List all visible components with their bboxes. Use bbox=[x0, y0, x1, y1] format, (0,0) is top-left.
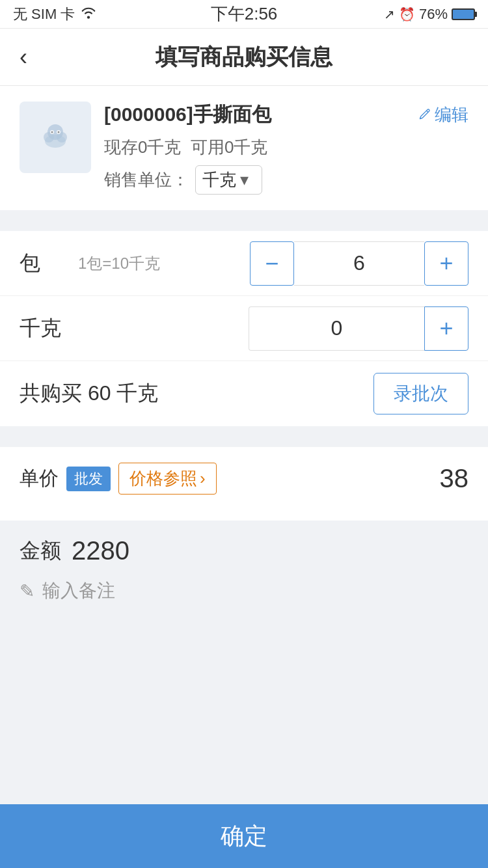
svg-point-7 bbox=[58, 131, 60, 133]
quantity-section: 包 1包=10千克 − + 千克 + bbox=[0, 231, 488, 361]
edit-label: 编辑 bbox=[435, 103, 468, 126]
status-right: ↗ ⏰ 76% bbox=[384, 6, 475, 23]
pencil-icon: ✎ bbox=[20, 580, 34, 602]
summary-text: 共购买 60 千克 bbox=[20, 379, 158, 408]
amount-label: 金额 bbox=[20, 537, 61, 565]
price-left: 单价 批发 价格参照 › bbox=[20, 463, 217, 495]
edit-button[interactable]: 编辑 bbox=[416, 103, 468, 126]
price-label: 单价 bbox=[20, 465, 59, 492]
unit-value: 千克 bbox=[202, 169, 236, 191]
chevron-right-icon: › bbox=[200, 468, 206, 489]
separator-1 bbox=[0, 221, 488, 231]
remark-row[interactable]: ✎ 输入备注 bbox=[20, 578, 468, 616]
kg-quantity-input[interactable] bbox=[249, 306, 424, 351]
wifi-icon bbox=[80, 6, 97, 23]
status-bar: 无 SIM 卡 下午2:56 ↗ ⏰ 76% bbox=[0, 0, 488, 29]
product-name-row: [0000006]手撕面包 编辑 bbox=[104, 102, 468, 128]
kg-quantity-row: 千克 + bbox=[0, 296, 488, 361]
amount-section: 金额 2280 ✎ 输入备注 bbox=[0, 521, 488, 616]
bag-label: 包 bbox=[20, 249, 72, 278]
kg-increment-button[interactable]: + bbox=[424, 306, 468, 351]
bag-decrement-button[interactable]: − bbox=[250, 241, 294, 286]
unit-select[interactable]: 千克 ▾ bbox=[195, 165, 262, 195]
product-name: [0000006]手撕面包 bbox=[104, 102, 271, 128]
battery-icon bbox=[452, 8, 475, 20]
unit-label: 销售单位： bbox=[104, 169, 189, 191]
price-reference-button[interactable]: 价格参照 › bbox=[118, 463, 217, 495]
price-tag: 批发 bbox=[66, 467, 111, 491]
bag-increment-button[interactable]: + bbox=[424, 241, 468, 286]
product-thumbnail bbox=[20, 102, 91, 173]
price-section: 单价 批发 价格参照 › 38 bbox=[0, 447, 488, 521]
battery-text: 76% bbox=[419, 6, 448, 23]
svg-point-6 bbox=[51, 131, 53, 133]
kg-label: 千克 bbox=[20, 314, 72, 343]
chevron-down-icon: ▾ bbox=[240, 170, 249, 190]
back-button[interactable]: ‹ bbox=[20, 44, 27, 71]
product-card: [0000006]手撕面包 编辑 现存0千克 可用0千克 销售单位： 千克 ▾ bbox=[0, 86, 488, 210]
location-icon: ↗ bbox=[384, 7, 395, 22]
product-stock: 现存0千克 可用0千克 bbox=[104, 136, 468, 159]
kg-qty-controls: + bbox=[249, 306, 468, 351]
nav-bar: ‹ 填写商品购买信息 bbox=[0, 29, 488, 86]
page-title: 填写商品购买信息 bbox=[156, 42, 332, 72]
alarm-icon: ⏰ bbox=[399, 7, 415, 22]
carrier-text: 无 SIM 卡 bbox=[13, 5, 75, 24]
bag-qty-controls: − + bbox=[250, 241, 468, 286]
status-left: 无 SIM 卡 bbox=[13, 5, 97, 24]
amount-row: 金额 2280 bbox=[20, 536, 468, 565]
bag-hint: 1包=10千克 bbox=[78, 253, 250, 274]
summary-row: 共购买 60 千克 录批次 bbox=[0, 361, 488, 426]
bag-quantity-row: 包 1包=10千克 − + bbox=[0, 231, 488, 296]
separator-2 bbox=[0, 437, 488, 447]
price-value: 38 bbox=[440, 464, 469, 493]
bag-quantity-input[interactable] bbox=[294, 241, 424, 286]
amount-value: 2280 bbox=[72, 536, 129, 565]
confirm-button[interactable]: 确定 bbox=[0, 804, 488, 868]
product-unit-row: 销售单位： 千克 ▾ bbox=[104, 165, 468, 195]
batch-button[interactable]: 录批次 bbox=[373, 373, 468, 414]
price-ref-label: 价格参照 bbox=[129, 467, 197, 490]
product-info: [0000006]手撕面包 编辑 现存0千克 可用0千克 销售单位： 千克 ▾ bbox=[104, 102, 468, 195]
svg-point-3 bbox=[45, 135, 66, 148]
remark-placeholder: 输入备注 bbox=[42, 578, 115, 603]
status-time: 下午2:56 bbox=[211, 3, 278, 25]
price-row: 单价 批发 价格参照 › 38 bbox=[20, 463, 468, 495]
